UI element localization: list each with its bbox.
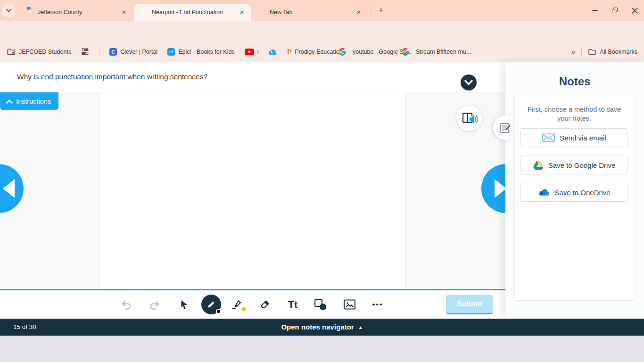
tab-new-tab[interactable]: New Tab × [252, 4, 368, 21]
submit-button[interactable]: Submit [446, 295, 493, 314]
eraser-tool-button[interactable] [258, 290, 272, 319]
bookmark-apps-grid[interactable] [81, 48, 89, 56]
redo-button[interactable] [148, 290, 162, 319]
notes-subtitle: First, choose a method to save your note… [525, 105, 623, 123]
instructions-button[interactable]: Instructions [0, 92, 58, 110]
close-window-button[interactable] [630, 6, 639, 15]
save-to-onedrive-button[interactable]: Save to OneDrive [520, 183, 628, 202]
highlighter-icon [231, 298, 243, 311]
up-triangle-icon: ▲ [358, 325, 363, 330]
apps-grid-icon [81, 48, 89, 56]
bookmark-label: Stream Bfifteen mu... [416, 49, 471, 55]
save-to-google-drive-button[interactable]: Save to Google Drive [520, 156, 628, 174]
bookmarks-overflow-button[interactable]: » [571, 48, 575, 56]
window-controls [590, 6, 639, 15]
select-tool-button[interactable] [177, 290, 191, 319]
bookmark-label: JEFCOED Students [19, 49, 71, 55]
tab-separator [372, 7, 372, 14]
all-bookmarks-button[interactable]: All Bookmarks [588, 48, 637, 55]
bookmark-clever-portal[interactable]: C Clever | Portal [109, 48, 157, 56]
notes-navigator-label: Open notes navigator [281, 323, 354, 331]
insert-image-button[interactable] [342, 290, 356, 319]
read-aloud-icon [461, 111, 478, 125]
open-notes-navigator-button[interactable]: Open notes navigator▲ [0, 319, 644, 336]
bookmark-prodigy-education[interactable]: P Prodigy Education [287, 48, 342, 56]
collapse-question-button[interactable] [461, 74, 477, 90]
eraser-icon [259, 299, 271, 310]
all-bookmarks-label: All Bookmarks [600, 49, 637, 55]
email-envelope-icon [542, 133, 555, 142]
text-tool-button[interactable]: Tt [286, 290, 300, 319]
tab-search-button[interactable] [2, 4, 15, 17]
send-via-email-button[interactable]: Send via email [520, 128, 628, 147]
bookmark-label: Clever | Portal [120, 49, 157, 55]
highlighter-tool-button[interactable] [230, 290, 244, 319]
restore-icon [612, 8, 618, 13]
new-tab-button[interactable]: + [376, 5, 386, 16]
prodigy-icon: P [287, 48, 291, 56]
cursor-icon [178, 299, 190, 310]
tab-jefferson-county[interactable]: Jefferson County × [20, 4, 133, 21]
minimize-button[interactable] [590, 6, 600, 15]
button-label: Save to Google Drive [548, 161, 616, 169]
read-aloud-button[interactable] [456, 105, 482, 132]
bookmarks-bar: JEFCOED Students C Clever | Portal e! Ep… [0, 41, 644, 62]
bookmark-youtube-google-search[interactable]: youtube - Google Se... [339, 48, 412, 56]
shapes-tool-button[interactable] [314, 290, 328, 319]
highlighter-color-indicator [242, 307, 246, 311]
instructions-label: Instructions [16, 98, 51, 105]
bookmark-cloud[interactable] [268, 49, 277, 55]
bookmark-stream-bfifteen[interactable]: Stream Bfifteen mu... [402, 48, 471, 56]
close-icon[interactable]: × [120, 8, 128, 16]
managed-folder-icon [7, 48, 16, 56]
ellipsis-icon [372, 304, 382, 306]
pen-color-indicator [216, 309, 221, 314]
restore-button[interactable] [610, 6, 619, 15]
tab-title: Nearpod - End Punctuation [152, 9, 234, 16]
notes-pencil-icon [499, 122, 512, 134]
bookmark-youtube-i[interactable]: i [245, 49, 259, 55]
bookmarks-separator [99, 48, 99, 56]
close-icon[interactable]: × [355, 8, 363, 16]
tab-nearpod[interactable]: Nearpod - End Punctuation × [134, 4, 251, 21]
bookmark-label: i [257, 49, 259, 55]
chevron-down-icon [6, 9, 11, 12]
close-icon[interactable]: × [238, 8, 246, 16]
dark-globe-icon [257, 8, 265, 16]
cloud-app-icon [25, 8, 33, 16]
redo-icon [149, 299, 161, 310]
notes-title: Notes [505, 75, 644, 88]
more-tools-button[interactable] [370, 290, 384, 319]
tab-title: Jefferson County [38, 9, 116, 16]
undo-icon [120, 299, 132, 310]
nearpod-content: Instructions Why is end punctuation impo… [0, 62, 505, 319]
drawing-toolbar: Tt Submit [0, 290, 505, 319]
bookmark-epic-books[interactable]: e! Epic! - Books for Kids [167, 48, 235, 56]
youtube-icon [245, 49, 254, 55]
pen-tool-button[interactable] [201, 295, 221, 314]
google-icon [402, 48, 409, 56]
browser-tab-strip: Jefferson County × Nearpod - End Punctua… [0, 0, 644, 21]
google-drive-icon [533, 161, 544, 170]
notes-panel: Notes First, choose a method to save you… [505, 62, 644, 319]
bookmark-label: Epic! - Books for Kids [178, 49, 235, 55]
bookmark-label: Prodigy Education [295, 49, 342, 55]
question-text: Why is end punctuation important when wr… [17, 62, 207, 92]
tab-title: New Tab [270, 9, 351, 16]
google-icon [339, 48, 346, 56]
nearpod-icon [140, 8, 147, 16]
undo-button[interactable] [119, 290, 133, 319]
bookmark-jefcoed-students[interactable]: JEFCOED Students [7, 48, 71, 56]
minimize-icon [592, 10, 598, 11]
image-icon [343, 299, 356, 310]
onedrive-icon [538, 189, 550, 196]
drawing-canvas[interactable] [99, 92, 405, 289]
text-tool-label: Tt [288, 299, 297, 310]
shapes-icon [314, 298, 327, 311]
slide-area: Instructions [0, 92, 505, 290]
notes-card: First, choose a method to save your note… [513, 95, 635, 301]
bookmarks-separator [581, 48, 582, 56]
left-triangle-icon [3, 179, 15, 198]
chevron-down-icon [464, 80, 473, 85]
button-label: Save to OneDrive [554, 189, 610, 197]
